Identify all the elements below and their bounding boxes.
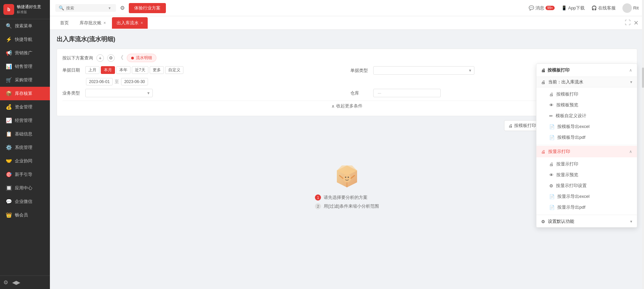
basic-icon: 📋 <box>5 131 12 137</box>
app-download-btn[interactable]: 📱 App下载 <box>561 5 585 11</box>
dp-print-icon: 🖨 <box>549 162 554 167</box>
sidebar-item-search[interactable]: 🔍搜索菜单 <box>0 19 50 33</box>
topbar-search-box[interactable]: 🔍 ▾ <box>55 4 116 12</box>
filter-add-btn[interactable]: + <box>96 54 104 62</box>
sidebar-item-marketing[interactable]: 📢营销推广 <box>0 46 50 60</box>
tab-stock-flow-close[interactable]: × <box>141 21 143 25</box>
sidebar-item-label-sales: 销售管理 <box>15 63 32 70</box>
right-scrollbar-thumb[interactable] <box>642 68 644 88</box>
display-print-settings-item[interactable]: ⚙ 按显示打印设置 <box>536 180 637 191</box>
dp-header-arrow[interactable]: ∧ <box>629 149 632 154</box>
collapse-toggle-icon[interactable]: ◀▶ <box>12 279 20 286</box>
biz-type-select[interactable]: ▾ <box>85 89 153 97</box>
date-btn-this-year[interactable]: 本年 <box>116 66 130 74</box>
page-content: 出入库流水(流水明细) 按以下方案查询 + ⚙ 《 流水明细 单据日期 <box>50 30 644 289</box>
template-export-pdf-item[interactable]: 📄 按模板导出pdf <box>536 132 637 143</box>
sidebar-item-purchase[interactable]: 🛒采购管理 <box>0 73 50 87</box>
sidebar-item-label-member: 畅会员 <box>15 212 28 218</box>
template-design-item[interactable]: ✏ 模板自定义设计 <box>536 110 637 121</box>
topbar-gear-icon[interactable]: ⚙ <box>120 5 125 11</box>
printer-header-icon: 🖨 <box>541 68 546 73</box>
doctype-select[interactable]: ▾ <box>373 66 474 75</box>
sidebar-item-member[interactable]: 👑畅会员 <box>0 208 50 222</box>
sidebar-item-operation[interactable]: 📈经营管理 <box>0 114 50 127</box>
tab-inventory-batch[interactable]: 库存批次账 × <box>75 17 111 29</box>
step2-label: 用[过滤]条件来缩小分析范围 <box>324 203 379 209</box>
sidebar-item-wechat[interactable]: 💬企业微信 <box>0 195 50 208</box>
biz-type-arrow: ▾ <box>147 90 150 96</box>
dropdown-collapse-arrow[interactable]: ∧ <box>629 68 632 73</box>
user-menu[interactable]: Rit <box>622 3 639 13</box>
display-export-excel-item[interactable]: 📄 按显示导出excel <box>536 191 637 202</box>
app-name: 畅捷通好生意 <box>17 4 41 10</box>
settings-icon[interactable]: ⚙ <box>3 279 8 286</box>
tab-close-all-icon[interactable]: ✕ <box>634 19 639 27</box>
sidebar-item-label-marketing: 营销推广 <box>15 50 32 56</box>
sidebar-item-basic[interactable]: 📋基础信息 <box>0 127 50 141</box>
date-btn-this-month[interactable]: 本月 <box>101 66 115 74</box>
marketing-icon: 📢 <box>5 50 12 56</box>
collapse-label: 收起更多条件 <box>336 103 362 109</box>
dp-header-icon: 🖨 <box>541 149 546 154</box>
purchase-icon: 🛒 <box>5 77 12 83</box>
tab-inventory-batch-close[interactable]: × <box>104 21 106 25</box>
sidebar-item-system[interactable]: ⚙️系统管理 <box>0 141 50 154</box>
display-preview-item[interactable]: 👁 按显示预览 <box>536 169 637 180</box>
sidebar-item-sales[interactable]: 📊销售管理 <box>0 60 50 73</box>
sidebar-item-inventory[interactable]: 📦库存核算 <box>0 87 50 100</box>
filter-gear-btn[interactable]: ⚙ <box>107 54 115 62</box>
date-btn-7days[interactable]: 近7天 <box>132 66 148 74</box>
date-to-input[interactable]: 2023-06-30 <box>121 78 148 85</box>
warehouse-select[interactable]: ··· <box>373 89 441 97</box>
empty-steps: 1 请先选择要分析的方案 2 用[过滤]条件来缩小分析范围 <box>315 194 379 212</box>
set-default-item[interactable]: ⚙ 设置默认功能 ▾ <box>536 216 637 227</box>
filter-top-bar: 按以下方案查询 + ⚙ 《 流水明细 <box>62 54 632 62</box>
sidebar-item-guide[interactable]: 🎯新手引导 <box>0 168 50 181</box>
search-dropdown-icon[interactable]: ▾ <box>109 6 111 10</box>
tab-expand-icon[interactable]: ⛶ <box>625 19 631 26</box>
dp-settings-icon: ⚙ <box>549 183 553 188</box>
set-default-arrow[interactable]: ▾ <box>630 219 632 224</box>
set-default-icon: ⚙ <box>541 219 545 224</box>
online-service-btn[interactable]: 🎧 在线客服 <box>591 5 616 11</box>
sidebar-item-label-basic: 基础信息 <box>15 131 32 137</box>
date-btn-custom[interactable]: 自定义 <box>165 66 183 74</box>
current-arrow[interactable]: ▾ <box>630 80 632 84</box>
set-default-label: 设置默认功能 <box>548 218 574 225</box>
tab-home[interactable]: 首页 <box>55 17 74 29</box>
display-export-pdf-item[interactable]: 📄 按显示导出pdf <box>536 202 637 213</box>
operation-icon: 📈 <box>5 117 12 124</box>
date-btn-last-month[interactable]: 上月 <box>85 66 99 74</box>
date-btn-more[interactable]: 更多 <box>150 66 164 74</box>
message-btn[interactable]: 💬 消息 99+ <box>529 5 555 11</box>
sidebar-item-apps[interactable]: 🔲应用中心 <box>0 181 50 195</box>
print-dropdown-panel: 🖨 按模板打印 ∧ 🖨 当前：出入库流水 ▾ 🖨 按模板打印 👁 按 <box>536 63 637 228</box>
wechat-icon: 💬 <box>5 198 12 205</box>
filter-tag-label: 流水明细 <box>136 55 152 61</box>
avatar <box>622 3 632 13</box>
date-field-label: 单据日期 <box>62 67 83 73</box>
sidebar-item-label-collab: 企业协同 <box>15 158 32 164</box>
sidebar-item-quicknav[interactable]: ⚡快捷导航 <box>0 33 50 46</box>
tp-design-label: 模板自定义设计 <box>556 113 586 119</box>
filter-left-collapse-btn[interactable]: 《 <box>118 54 123 61</box>
search-input[interactable] <box>66 6 107 10</box>
tab-stock-flow-label: 出入库流水 <box>117 20 139 26</box>
tab-inventory-batch-label: 库存批次账 <box>80 20 101 26</box>
sidebar-item-finance[interactable]: 💰资金管理 <box>0 100 50 114</box>
printer-icon: 🖨 <box>508 123 513 128</box>
tab-stock-flow[interactable]: 出入库流水 × <box>112 17 148 29</box>
template-print-item[interactable]: 🖨 按模板打印 <box>536 89 637 100</box>
svg-point-5 <box>345 177 346 178</box>
display-print-header[interactable]: 🖨 按显示打印 ∧ <box>536 146 637 157</box>
user-name: Rit <box>633 5 639 10</box>
template-preview-item[interactable]: 👁 按模板预览 <box>536 100 637 110</box>
trial-btn[interactable]: 体验行业方案 <box>129 3 166 13</box>
sidebar-item-label-search: 搜索菜单 <box>15 23 32 29</box>
warehouse-dots[interactable]: ··· <box>378 90 381 96</box>
template-export-excel-item[interactable]: 📄 按模板导出excel <box>536 121 637 132</box>
filter-tag-liushui[interactable]: 流水明细 <box>127 54 156 62</box>
display-print-item[interactable]: 🖨 按显示打印 <box>536 159 637 169</box>
date-from-input[interactable]: 2023-06-01 <box>86 78 113 85</box>
sidebar-item-collab[interactable]: 🤝企业协同 <box>0 154 50 168</box>
